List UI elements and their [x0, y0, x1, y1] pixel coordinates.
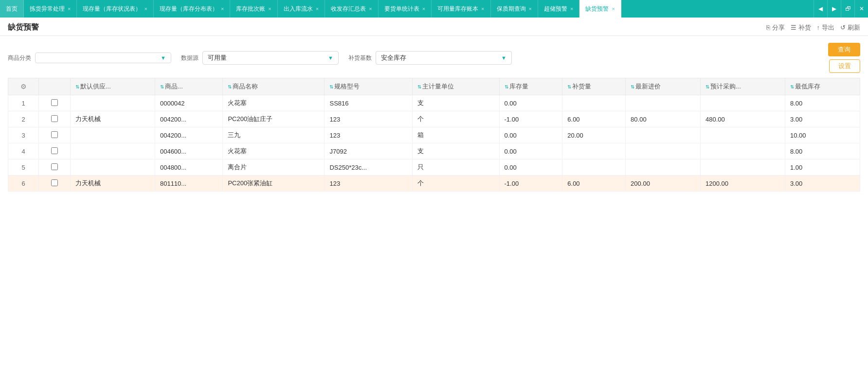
nav-tab-5[interactable]: 出入库流水 × — [278, 0, 325, 18]
cell-min_stock-2: 10.00 — [785, 127, 860, 143]
cell-product_code-5: 801110... — [155, 176, 222, 192]
tab-close-icon-1[interactable]: × — [68, 6, 71, 12]
export-button[interactable]: ↑ 导出 — [817, 23, 835, 32]
cell-product_code-2: 004200... — [155, 127, 222, 143]
replenish-button[interactable]: ☰ 补货 — [791, 23, 811, 32]
row-checkbox-3[interactable] — [51, 147, 58, 154]
cell-replenish-2: 20.00 — [562, 127, 626, 143]
col-header-replenish[interactable]: ⇅补货量 — [562, 78, 626, 95]
header-actions: ⎘ 分享 ☰ 补货 ↑ 导出 ↺ 刷新 — [766, 23, 861, 32]
col-header-product_name[interactable]: ⇅商品名称 — [223, 78, 325, 95]
cell-unit-5: 个 — [413, 176, 499, 192]
category-select[interactable]: ▼ — [35, 53, 171, 63]
nav-tab-7[interactable]: 要货单统计表 × — [379, 0, 432, 18]
cell-replenish-1: 6.00 — [562, 111, 626, 127]
nav-tab-0[interactable]: 首页 — [0, 0, 24, 18]
nav-prev-button[interactable]: ◀ — [814, 0, 827, 18]
col-header-estimated_purchase[interactable]: ⇅预计采购... — [701, 78, 785, 95]
cell-min_stock-0: 8.00 — [785, 95, 860, 111]
row-checkbox-5[interactable] — [51, 179, 58, 186]
sort-icon-spec: ⇅ — [329, 84, 333, 89]
col-header-default_supplier[interactable]: ⇅默认供应... — [70, 78, 155, 95]
row-checkbox-4[interactable] — [51, 163, 58, 170]
cell-replenish-5: 6.00 — [562, 176, 626, 192]
cell-estimated_purchase-5: 1200.00 — [701, 176, 785, 192]
cell-latest_price-0 — [626, 95, 701, 111]
share-button[interactable]: ⎘ 分享 — [766, 23, 785, 32]
top-navigation: 首页拣货异常处理 ×现存量（库存状况表） ×现存量（库存分布表） ×库存批次账 … — [0, 0, 868, 18]
page-header: 缺货预警 ⎘ 分享 ☰ 补货 ↑ 导出 ↺ 刷新 — [0, 18, 868, 36]
nav-tab-9[interactable]: 保质期查询 × — [491, 0, 538, 18]
data-table: ⚙⇅默认供应...⇅商品...⇅商品名称⇅规格型号⇅主计量单位⇅库存量⇅补货量⇅… — [8, 78, 860, 192]
datasource-filter-group: 数据源 可用量 ▼ — [181, 51, 339, 65]
tab-close-icon-6[interactable]: × — [369, 6, 372, 12]
nav-close-button[interactable]: ✕ — [854, 0, 868, 18]
page-container: 缺货预警 ⎘ 分享 ☰ 补货 ↑ 导出 ↺ 刷新 商品分类 — [0, 18, 868, 387]
row-checkbox-cell-5 — [39, 176, 71, 192]
nav-tab-8[interactable]: 可用量库存账本 × — [432, 0, 490, 18]
row-checkbox-1[interactable] — [51, 115, 58, 122]
row-checkbox-0[interactable] — [51, 99, 58, 106]
tab-close-icon-4[interactable]: × — [268, 6, 271, 12]
cell-estimated_purchase-1: 480.00 — [701, 111, 785, 127]
tab-close-icon-5[interactable]: × — [316, 6, 319, 12]
cell-product_name-4: 离合片 — [223, 159, 325, 176]
row-checkbox-cell-2 — [39, 127, 71, 143]
page-title: 缺货预警 — [8, 22, 766, 33]
col-header-stock[interactable]: ⇅库存量 — [499, 78, 562, 95]
col-header-latest_price[interactable]: ⇅最新进价 — [626, 78, 701, 95]
row-checkbox-cell-3 — [39, 143, 71, 159]
nav-next-button[interactable]: ▶ — [827, 0, 841, 18]
export-label: 导出 — [822, 23, 834, 32]
cell-spec-0: SS816 — [325, 95, 413, 111]
col-header-checkbox — [39, 78, 71, 95]
row-number-0: 1 — [8, 95, 39, 111]
col-header-min_stock[interactable]: ⇅最低库存 — [785, 78, 860, 95]
nav-tab-3[interactable]: 现存量（库存分布表） × — [154, 0, 230, 18]
table-row: 5004800...离合片DS250*23c...只0.001.00 — [8, 159, 860, 176]
cell-unit-4: 只 — [413, 159, 499, 176]
cell-default_supplier-4 — [70, 159, 155, 176]
col-header-spec[interactable]: ⇅规格型号 — [325, 78, 413, 95]
replenish-base-select[interactable]: 安全库存 ▼ — [376, 51, 512, 65]
cell-product_name-5: PC200张紧油缸 — [223, 176, 325, 192]
tab-close-icon-3[interactable]: × — [221, 6, 224, 12]
row-checkbox-2[interactable] — [51, 131, 58, 138]
col-header-unit[interactable]: ⇅主计量单位 — [413, 78, 499, 95]
cell-estimated_purchase-4 — [701, 159, 785, 176]
tab-close-icon-11[interactable]: × — [612, 6, 615, 12]
cell-product_name-2: 三九 — [223, 127, 325, 143]
cell-spec-5: 123 — [325, 176, 413, 192]
settings-button[interactable]: 设置 — [829, 59, 860, 73]
col-header-product_code[interactable]: ⇅商品... — [155, 78, 222, 95]
sort-icon-unit: ⇅ — [417, 84, 421, 89]
table-row: 4004600...火花塞J7092支0.008.00 — [8, 143, 860, 159]
tab-close-icon-9[interactable]: × — [529, 6, 532, 12]
cell-min_stock-1: 3.00 — [785, 111, 860, 127]
cell-default_supplier-3 — [70, 143, 155, 159]
cell-stock-0: 0.00 — [499, 95, 562, 111]
refresh-button[interactable]: ↺ 刷新 — [840, 23, 860, 32]
nav-tab-6[interactable]: 收发存汇总表 × — [325, 0, 378, 18]
tab-close-icon-2[interactable]: × — [144, 6, 147, 12]
tab-close-icon-10[interactable]: × — [570, 6, 573, 12]
gear-settings-icon[interactable]: ⚙ — [13, 83, 34, 90]
nav-tab-1[interactable]: 拣货异常处理 × — [24, 0, 77, 18]
cell-product_name-1: PC200油缸庄子 — [223, 111, 325, 127]
cell-default_supplier-0 — [70, 95, 155, 111]
nav-tab-10[interactable]: 超储预警 × — [538, 0, 579, 18]
datasource-select[interactable]: 可用量 ▼ — [202, 51, 339, 65]
nav-tab-2[interactable]: 现存量（库存状况表） × — [77, 0, 153, 18]
tab-close-icon-8[interactable]: × — [481, 6, 484, 12]
sort-icon-replenish: ⇅ — [567, 84, 571, 89]
nav-restore-button[interactable]: 🗗 — [841, 0, 854, 18]
cell-product_code-4: 004800... — [155, 159, 222, 176]
cell-unit-2: 箱 — [413, 127, 499, 143]
nav-tab-4[interactable]: 库存批次账 × — [230, 0, 277, 18]
row-number-1: 2 — [8, 111, 39, 127]
tab-close-icon-7[interactable]: × — [422, 6, 425, 12]
nav-arrows: ◀ ▶ 🗗 ✕ — [814, 0, 868, 18]
nav-tab-11[interactable]: 缺货预警 × — [579, 0, 621, 18]
query-button[interactable]: 查询 — [828, 43, 860, 56]
datasource-value: 可用量 — [208, 53, 227, 62]
